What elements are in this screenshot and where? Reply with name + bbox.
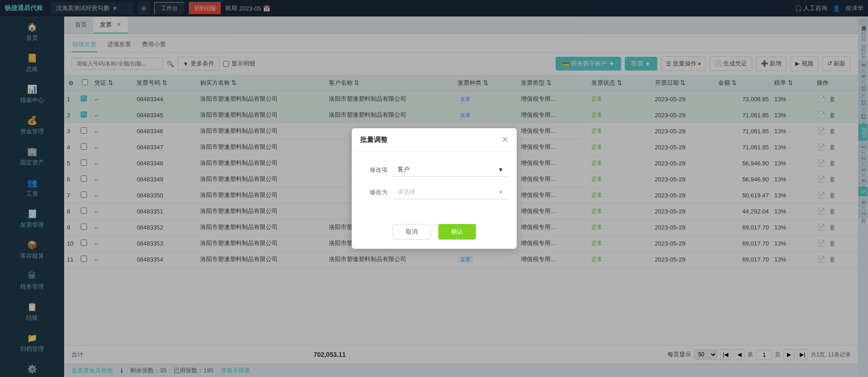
- modal-header: 批量调整 ✕: [352, 128, 517, 152]
- value-select[interactable]: 请选择 ▼: [393, 185, 508, 199]
- modal-close-button[interactable]: ✕: [502, 135, 508, 145]
- batch-adjust-modal: 批量调整 ✕ 修改项 客户 ▼ 修改为 请选择 ▼ 取消 确认: [352, 128, 517, 249]
- modal-footer: 取消 确认: [352, 219, 517, 249]
- form-row-value: 修改为 请选择 ▼: [360, 185, 508, 199]
- value-label: 修改为: [360, 188, 388, 197]
- modal-body: 修改项 客户 ▼ 修改为 请选择 ▼: [352, 152, 517, 219]
- field-dropdown-icon: ▼: [498, 166, 504, 173]
- form-row-field: 修改项 客户 ▼: [360, 163, 508, 177]
- cancel-button[interactable]: 取消: [393, 224, 431, 240]
- field-select[interactable]: 客户 ▼: [393, 163, 508, 177]
- field-select-value: 客户: [398, 165, 409, 174]
- value-placeholder: 请选择: [398, 188, 415, 196]
- field-label: 修改项: [360, 166, 388, 174]
- modal-overlay: 批量调整 ✕ 修改项 客户 ▼ 修改为 请选择 ▼ 取消 确认: [0, 0, 868, 377]
- confirm-button[interactable]: 确认: [438, 224, 476, 240]
- value-dropdown-icon: ▼: [498, 189, 504, 196]
- modal-title: 批量调整: [360, 136, 388, 144]
